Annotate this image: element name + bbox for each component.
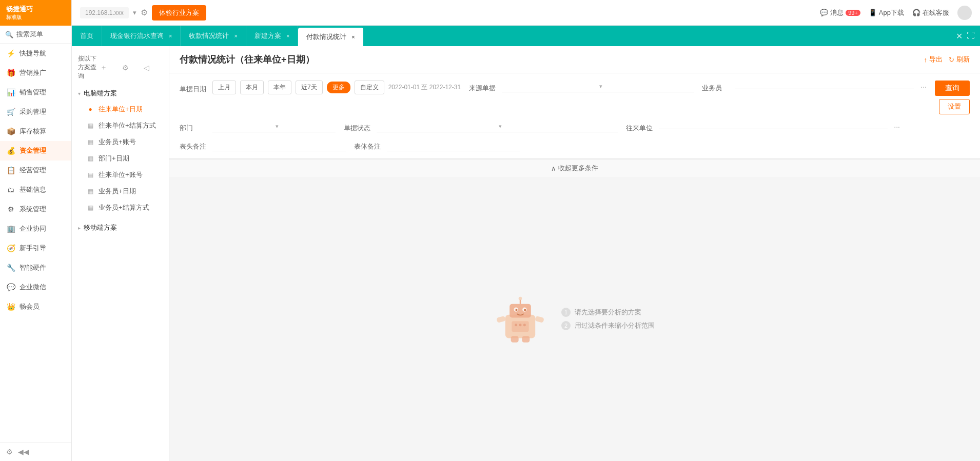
- scheme-item-salesman-date[interactable]: ▦ 业务员+日期: [72, 183, 169, 199]
- docstatus-select[interactable]: ▾: [377, 121, 618, 132]
- dept-select[interactable]: ▾: [212, 121, 336, 132]
- tip-num-2: 2: [561, 321, 571, 330]
- salesman-more-icon[interactable]: ···: [920, 83, 927, 91]
- scheme-item-label: 部门+日期: [99, 154, 129, 163]
- content: 按以下方案查询 ＋ ⚙ ◁ ▾ 电脑端方案 ● 往来单位+日期 ▦ 往来单位+结…: [72, 46, 980, 461]
- tabbar: 首页 现金银行流水查询 × 收款情况统计 × 新建方案 × 付款情况统计 × ✕…: [72, 26, 980, 46]
- tab-receipt-close[interactable]: ×: [234, 33, 237, 39]
- vip-icon: 👑: [6, 303, 15, 311]
- settings-footer-icon[interactable]: ⚙: [6, 448, 13, 456]
- tab-new-plan-close[interactable]: ×: [286, 33, 289, 39]
- address-dropdown-icon[interactable]: ▾: [133, 9, 136, 16]
- sidebar-item-system[interactable]: ⚙ 系统管理: [0, 199, 71, 219]
- date-btn-7days[interactable]: 近7天: [296, 81, 323, 94]
- docstatus-chevron-icon: ▾: [499, 123, 615, 130]
- scheme-group-desktop-label: 电脑端方案: [84, 89, 117, 98]
- filter-field-counterpart: 往来单位 ···: [626, 121, 900, 133]
- topbar-left: 192.168.1.xxx ▾ ⚙ 体验行业方案: [80, 5, 815, 21]
- scheme-item-counterpart-date[interactable]: ● 往来单位+日期: [72, 101, 169, 117]
- sidebar-item-wechat[interactable]: 💬 企业微信: [0, 277, 71, 297]
- tab-close-all-icon[interactable]: ✕: [956, 31, 963, 41]
- scheme-settings-icon[interactable]: ⚙: [122, 64, 141, 72]
- page-header: 付款情况统计（往来单位+日期） ↑ 导出 ↻ 刷新: [169, 46, 980, 73]
- tab-home[interactable]: 首页: [72, 26, 102, 46]
- salesman-select[interactable]: [735, 85, 914, 89]
- query-btn[interactable]: 查询: [935, 81, 970, 96]
- tab-new-plan[interactable]: 新建方案 ×: [246, 26, 298, 46]
- sales-icon: 📊: [6, 88, 15, 96]
- filter-field-docstatus: 单据状态 ▾: [344, 121, 618, 133]
- sidebar-item-sales[interactable]: 📊 销售管理: [0, 83, 71, 102]
- scheme-item-dept-date[interactable]: ▦ 部门+日期: [72, 150, 169, 167]
- sidebar-item-enterprise[interactable]: 🏢 企业协同: [0, 219, 71, 238]
- user-avatar[interactable]: [957, 6, 972, 20]
- counterpart-more-icon[interactable]: ···: [894, 123, 900, 131]
- notification-icon: 💬: [820, 9, 828, 16]
- scheme-item-counterpart-account[interactable]: ▤ 往来单位+账号: [72, 167, 169, 183]
- sidebar-item-vip[interactable]: 👑 畅会员: [0, 297, 71, 316]
- chevron-down-icon: ▾: [78, 91, 81, 96]
- date-btn-this-year[interactable]: 本年: [268, 81, 291, 94]
- counterpart-select[interactable]: [659, 125, 888, 129]
- scheme-collapse-icon[interactable]: ◁: [144, 64, 163, 72]
- notifications-btn[interactable]: 💬 消息 99+: [820, 8, 860, 17]
- sidebar-item-quick-nav[interactable]: ⚡ 快捷导航: [0, 44, 71, 63]
- tab-payment[interactable]: 付款情况统计 ×: [298, 28, 363, 46]
- date-btn-more[interactable]: 更多: [327, 82, 350, 93]
- scheme-group-desktop-header[interactable]: ▾ 电脑端方案: [72, 86, 169, 101]
- trial-btn[interactable]: 体验行业方案: [152, 5, 206, 21]
- scheme-item-icon: ▦: [86, 188, 94, 195]
- export-btn[interactable]: ↑ 导出: [924, 55, 943, 64]
- sidebar-item-label: 销售管理: [19, 88, 46, 97]
- main-area: 192.168.1.xxx ▾ ⚙ 体验行业方案 💬 消息 99+ 📱 App下…: [72, 0, 980, 461]
- tab-home-label: 首页: [80, 31, 93, 41]
- app-name: 畅捷通巧: [6, 5, 33, 14]
- settings-btn[interactable]: 设置: [939, 99, 970, 114]
- tab-bank[interactable]: 现金银行流水查询 ×: [102, 26, 181, 46]
- scheme-item-icon: ▦: [86, 122, 94, 129]
- topbar-settings-icon[interactable]: ⚙: [141, 8, 148, 17]
- collapse-bar[interactable]: ∧ 收起更多条件: [169, 159, 980, 177]
- inventory-icon: 📦: [6, 127, 15, 135]
- date-btn-this-month[interactable]: 本月: [240, 81, 264, 94]
- header-note-input[interactable]: [212, 139, 346, 151]
- search-menu[interactable]: 🔍 搜索菜单: [0, 26, 71, 44]
- scheme-sidebar: 按以下方案查询 ＋ ⚙ ◁ ▾ 电脑端方案 ● 往来单位+日期 ▦ 往来单位+结…: [72, 46, 169, 461]
- tab-expand-icon[interactable]: ⛶: [967, 31, 975, 41]
- tab-bank-close[interactable]: ×: [169, 33, 172, 39]
- source-select[interactable]: ▾: [502, 81, 694, 92]
- online-service-label: 在线客服: [923, 8, 949, 17]
- sidebar-item-basic[interactable]: 🗂 基础信息: [0, 180, 71, 199]
- online-service-btn[interactable]: 🎧 在线客服: [912, 8, 949, 17]
- body-note-input[interactable]: [387, 139, 520, 151]
- refresh-btn[interactable]: ↻ 刷新: [949, 55, 970, 64]
- tab-payment-close[interactable]: ×: [351, 34, 355, 40]
- scheme-group-mobile-header[interactable]: ▸ 移动端方案: [72, 220, 169, 235]
- operation-icon: 📋: [6, 166, 15, 174]
- sidebar-item-guide[interactable]: 🧭 新手引导: [0, 238, 71, 258]
- sidebar-item-purchase[interactable]: 🛒 采购管理: [0, 102, 71, 122]
- date-btn-last-month[interactable]: 上月: [212, 81, 236, 94]
- sidebar-item-inventory[interactable]: 📦 库存核算: [0, 122, 71, 141]
- sidebar-item-hardware[interactable]: 🔧 智能硬件: [0, 258, 71, 277]
- notifications-label: 消息: [830, 8, 844, 17]
- date-label: 单据日期: [180, 82, 208, 94]
- svg-point-7: [519, 297, 522, 300]
- sidebar-item-marketing[interactable]: 🎁 营销推广: [0, 63, 71, 83]
- date-btn-custom[interactable]: 自定义: [355, 81, 384, 94]
- scheme-add-icon[interactable]: ＋: [100, 63, 119, 72]
- scheme-item-salesman-account[interactable]: ▦ 业务员+账号: [72, 134, 169, 150]
- svg-point-5: [524, 309, 526, 311]
- tab-payment-label: 付款情况统计: [306, 32, 346, 42]
- scheme-item-label: 业务员+结算方式: [99, 203, 149, 212]
- scheme-group-mobile-label: 移动端方案: [84, 223, 117, 232]
- scheme-item-counterpart-settlement[interactable]: ▦ 往来单位+结算方式: [72, 117, 169, 134]
- scheme-item-salesman-settlement[interactable]: ▦ 业务员+结算方式: [72, 199, 169, 216]
- collapse-sidebar-icon[interactable]: ◀◀: [18, 448, 29, 456]
- tab-receipt[interactable]: 收款情况统计 ×: [181, 26, 246, 46]
- app-download-btn[interactable]: 📱 App下载: [869, 8, 904, 17]
- sidebar-item-operation[interactable]: 📋 经营管理: [0, 161, 71, 180]
- svg-point-15: [523, 324, 526, 326]
- sidebar-item-capital[interactable]: 💰 资金管理: [0, 141, 71, 161]
- sidebar-item-label: 系统管理: [19, 205, 46, 214]
